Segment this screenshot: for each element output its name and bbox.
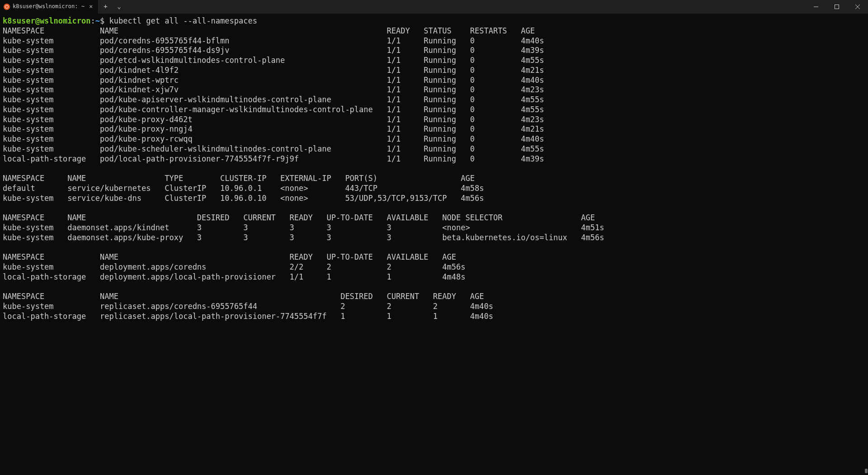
terminal-line: kube-system daemonset.apps/kindnet 3 3 3… (3, 223, 865, 233)
terminal-line: kube-system pod/kindnet-xjw7v 1/1 Runnin… (3, 85, 865, 95)
window-titlebar: k8suser@wslnomicron: ~ × + ⌄ (0, 0, 868, 14)
terminal-line: kube-system pod/etcd-wslkindmultinodes-c… (3, 56, 865, 66)
plus-icon: + (104, 3, 107, 11)
terminal-line: local-path-storage deployment.apps/local… (3, 272, 865, 282)
terminal-line: default service/kubernetes ClusterIP 10.… (3, 184, 865, 194)
svg-rect-0 (835, 5, 839, 9)
prompt-user: k8suser@wslnomicron (3, 16, 90, 25)
prompt-path: ~ (95, 16, 100, 25)
tab-dropdown-button[interactable]: ⌄ (112, 0, 126, 14)
close-window-icon (855, 5, 860, 9)
prompt-sigil: $ (100, 16, 109, 25)
prompt-line: k8suser@wslnomicron:~$ kubectl get all -… (3, 16, 865, 26)
terminal-line: NAMESPACE NAME READY STATUS RESTARTS AGE (3, 26, 865, 36)
tab-active[interactable]: k8suser@wslnomicron: ~ × (0, 0, 99, 14)
terminal-line (3, 242, 865, 252)
terminal-line: kube-system pod/coredns-6955765f44-ds9jv… (3, 46, 865, 56)
terminal-line (3, 282, 865, 292)
close-window-button[interactable] (847, 0, 868, 14)
terminal-line: kube-system service/kube-dns ClusterIP 1… (3, 194, 865, 204)
terminal-line: kube-system pod/kube-proxy-d462t 1/1 Run… (3, 115, 865, 125)
terminal-line: kube-system pod/kube-controller-manager-… (3, 105, 865, 115)
terminal-line: kube-system pod/coredns-6955765f44-bflmn… (3, 36, 865, 46)
ubuntu-icon (4, 4, 10, 10)
titlebar-drag-area[interactable] (126, 0, 806, 14)
terminal-line: NAMESPACE NAME DESIRED CURRENT READY AGE (3, 292, 865, 302)
terminal-line: kube-system deployment.apps/coredns 2/2 … (3, 262, 865, 272)
terminal-line: NAMESPACE NAME READY UP-TO-DATE AVAILABL… (3, 252, 865, 262)
terminal-line: kube-system pod/kube-scheduler-wslkindmu… (3, 144, 865, 154)
terminal-line: kube-system pod/kindnet-4l9f2 1/1 Runnin… (3, 66, 865, 76)
tab-title: k8suser@wslnomicron: ~ (13, 3, 85, 10)
close-icon[interactable]: × (87, 3, 94, 11)
terminal-line: kube-system pod/kube-apiserver-wslkindmu… (3, 95, 865, 105)
maximize-icon (835, 5, 839, 9)
terminal-line (3, 203, 865, 213)
prompt-command: kubectl get all --all-namespaces (109, 16, 257, 25)
new-tab-button[interactable]: + (99, 0, 112, 14)
minimize-icon (814, 5, 818, 9)
chevron-down-icon: ⌄ (117, 3, 121, 11)
maximize-button[interactable] (826, 0, 847, 14)
prompt-colon: : (90, 16, 95, 25)
terminal-body[interactable]: k8suser@wslnomicron:~$ kubectl get all -… (0, 14, 868, 324)
minimize-button[interactable] (806, 0, 826, 14)
terminal-line: kube-system pod/kindnet-wptrc 1/1 Runnin… (3, 76, 865, 86)
terminal-line: local-path-storage pod/local-path-provis… (3, 154, 865, 164)
terminal-line (3, 164, 865, 174)
scrollbar[interactable] (865, 469, 868, 473)
terminal-line: kube-system pod/kube-proxy-rcwqq 1/1 Run… (3, 134, 865, 144)
terminal-line: kube-system replicaset.apps/coredns-6955… (3, 302, 865, 312)
terminal-line: NAMESPACE NAME TYPE CLUSTER-IP EXTERNAL-… (3, 174, 865, 184)
terminal-line: kube-system pod/kube-proxy-nngj4 1/1 Run… (3, 124, 865, 134)
terminal-line: local-path-storage replicaset.apps/local… (3, 312, 865, 322)
terminal-line: NAMESPACE NAME DESIRED CURRENT READY UP-… (3, 213, 865, 223)
terminal-line: kube-system daemonset.apps/kube-proxy 3 … (3, 233, 865, 243)
